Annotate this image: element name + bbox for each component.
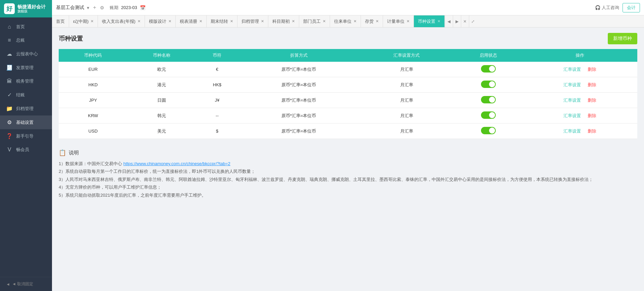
col-code: 币种代码 <box>59 49 127 62</box>
tab-expand-btn[interactable]: ⤢ <box>469 15 477 28</box>
cell-status[interactable] <box>454 124 523 139</box>
rate-setting-link-0[interactable]: 汇率设置 <box>564 67 581 72</box>
tab-unit-label: 计量单位 <box>387 18 405 25</box>
notes-icon: 📋 <box>59 149 66 156</box>
delete-link-3[interactable]: 删除 <box>588 113 596 118</box>
cell-symbol: J¥ <box>196 93 238 108</box>
tab-home[interactable]: 首页 <box>52 15 69 27</box>
period-label: 账期 <box>110 5 118 11</box>
col-name: 币种名称 <box>127 49 196 62</box>
delete-link-0[interactable]: 删除 <box>588 67 596 72</box>
notes-item: 5）系统只能自动抓取2021年度后的汇率，之前年度汇率需要用户手工维护。 <box>59 191 637 199</box>
tab-unit[interactable]: 计量单位 ✕ <box>383 15 414 27</box>
tab-unit-close[interactable]: ✕ <box>407 19 410 23</box>
tab-partner-close[interactable]: ✕ <box>354 19 357 23</box>
status-toggle-2[interactable] <box>481 96 496 103</box>
tab-period-end[interactable]: 期末结转 ✕ <box>207 15 237 27</box>
cell-status[interactable] <box>454 93 523 108</box>
tab-dept[interactable]: 部门员工 ✕ <box>299 15 330 27</box>
sidebar-item-invoice[interactable]: 🧾 发票管理 <box>0 61 52 75</box>
company-dropdown-icon[interactable]: ▾ <box>87 5 89 10</box>
tab-next-btn[interactable]: ▶ <box>453 15 461 28</box>
guide-icon: ❓ <box>6 133 13 139</box>
tab-inventory-close[interactable]: ✕ <box>376 19 379 23</box>
tab-currency-close[interactable]: ✕ <box>437 19 440 23</box>
notes-item: 4）无官方牌价的币种，可以用户手工维护汇率信息； <box>59 183 637 191</box>
rate-setting-link-1[interactable]: 汇率设置 <box>564 82 581 87</box>
notes-link[interactable]: https://www.chinamoney.com.cn/chinese/bk… <box>123 161 230 166</box>
add-icon[interactable]: ＋ <box>92 4 97 11</box>
sidebar-item-home[interactable]: ⌂ 首页 <box>0 20 52 34</box>
delete-link-1[interactable]: 删除 <box>588 82 596 87</box>
tab-inventory[interactable]: 存货 ✕ <box>361 15 383 27</box>
cell-status[interactable] <box>454 62 523 77</box>
col-method: 折算方式 <box>238 49 359 62</box>
tab-template-label: 模版设计 <box>149 18 166 25</box>
tab-prev-btn[interactable]: ◀ <box>445 15 453 28</box>
period-value: 2023-03 <box>121 5 137 10</box>
member-icon: V <box>6 147 13 153</box>
add-currency-button[interactable]: 新增币种 <box>608 33 637 44</box>
cell-method: 原币*汇率=本位币 <box>238 93 359 108</box>
account-button[interactable]: 会计 <box>623 3 640 12</box>
consultation-button[interactable]: 🎧 人工咨询 <box>595 5 619 11</box>
tab-period-close[interactable]: ✕ <box>91 19 94 23</box>
delete-link-4[interactable]: 删除 <box>588 129 596 134</box>
sidebar-item-guide[interactable]: ❓ 新手引导 <box>0 129 52 143</box>
cell-status[interactable] <box>454 108 523 124</box>
tab-currency[interactable]: 币种设置 ✕ <box>414 15 445 27</box>
notes-item: 3）人民币对马来西亚林吉特、俄罗斯卢布、南非兰特、韩元、阿联酋迪拉姆、沙特里亚尔… <box>59 176 637 183</box>
tab-income[interactable]: 收入支出表(年报) ✕ <box>98 15 145 27</box>
status-toggle-0[interactable] <box>481 65 496 72</box>
tab-subject-close[interactable]: ✕ <box>292 19 295 23</box>
cell-actions: 汇率设置 删除 <box>523 77 637 93</box>
sidebar-item-checkout[interactable]: ✓ 结账 <box>0 88 52 102</box>
top-header: 基层工会测试 ▾ ＋ ⚙ 账期 2023-03 📅 🎧 人工咨询 会计 <box>52 0 644 15</box>
company-name: 基层工会测试 <box>56 5 84 11</box>
tab-subject[interactable]: 科目期初 ✕ <box>268 15 299 27</box>
tab-taxbook-close[interactable]: ✕ <box>199 19 202 23</box>
sidebar-label-tax: 税务管理 <box>16 78 34 84</box>
tab-archive-close[interactable]: ✕ <box>261 19 264 23</box>
pin-label: ◄ 取消固定 <box>12 281 33 287</box>
sidebar-label-checkout: 结账 <box>16 92 25 98</box>
status-toggle-3[interactable] <box>481 111 496 119</box>
sidebar-item-settings[interactable]: ⚙ 基础设置 <box>0 115 52 129</box>
cell-method: 原币*汇率=本位币 <box>238 124 359 139</box>
status-toggle-1[interactable] <box>481 81 496 88</box>
ledger-icon: ≡ <box>6 37 13 43</box>
sidebar-item-archive[interactable]: 📁 归档管理 <box>0 102 52 115</box>
sidebar-item-ledger[interactable]: ≡ 总账 <box>0 34 52 47</box>
tab-close-all-btn[interactable]: ✕ <box>461 15 469 28</box>
sidebar-label-home: 首页 <box>16 24 25 30</box>
sidebar-item-reports[interactable]: ☁ 云报表中心 <box>0 47 52 61</box>
rate-setting-link-2[interactable]: 汇率设置 <box>564 98 581 103</box>
rate-setting-link-4[interactable]: 汇率设置 <box>564 129 581 134</box>
tab-inventory-label: 存货 <box>365 18 374 25</box>
rate-setting-link-3[interactable]: 汇率设置 <box>564 113 581 118</box>
tab-home-label: 首页 <box>56 18 65 25</box>
sidebar-item-tax[interactable]: 🏛 税务管理 <box>0 75 52 88</box>
tab-partner[interactable]: 往来单位 ✕ <box>330 15 361 27</box>
tab-archive[interactable]: 归档管理 ✕ <box>237 15 268 27</box>
tab-dept-close[interactable]: ✕ <box>323 19 326 23</box>
pin-icon: ◄ <box>6 282 10 287</box>
pin-toggle[interactable]: ◄ ◄ 取消固定 <box>0 277 52 291</box>
tab-taxbook[interactable]: 税表清册 ✕ <box>176 15 207 27</box>
sidebar-item-member[interactable]: V 畅会员 <box>0 143 52 156</box>
tab-period[interactable]: εζ(中期) ✕ <box>69 15 98 27</box>
tab-income-close[interactable]: ✕ <box>138 19 141 23</box>
cell-name: 美元 <box>127 124 196 139</box>
notes-header: 📋 说明 <box>59 149 637 156</box>
cell-status[interactable] <box>454 77 523 93</box>
col-rate-type: 汇率设置方式 <box>359 49 454 62</box>
tab-archive-label: 归档管理 <box>241 18 259 25</box>
settings-gear-icon[interactable]: ⚙ <box>100 5 104 10</box>
cell-code: HKD <box>59 77 127 93</box>
tab-period-end-close[interactable]: ✕ <box>230 19 233 23</box>
tab-template[interactable]: 模版设计 ✕ <box>145 15 176 27</box>
status-toggle-4[interactable] <box>481 127 496 134</box>
calendar-icon[interactable]: 📅 <box>140 5 146 10</box>
delete-link-2[interactable]: 删除 <box>588 98 596 103</box>
tab-template-close[interactable]: ✕ <box>168 19 171 23</box>
